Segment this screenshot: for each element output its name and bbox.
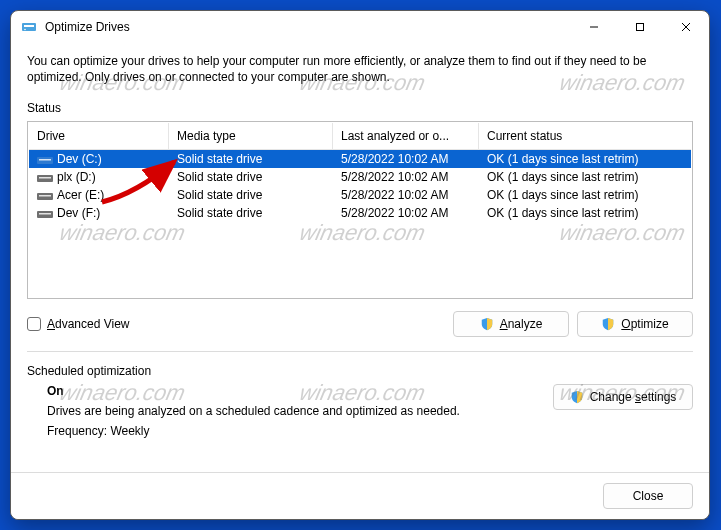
shield-icon (570, 390, 584, 404)
advanced-view-checkbox[interactable]: Advanced View (27, 317, 130, 331)
optimize-button[interactable]: Optimize (577, 311, 693, 337)
drive-icon (37, 172, 53, 184)
drives-table: Drive Media type Last analyzed or o... C… (27, 121, 693, 299)
drive-media: Solid state drive (169, 170, 333, 184)
drive-media: Solid state drive (169, 188, 333, 202)
svg-rect-12 (39, 195, 51, 197)
scheduled-body: On Drives are being analyzed on a schedu… (27, 384, 693, 438)
column-header-last[interactable]: Last analyzed or o... (333, 123, 479, 149)
change-settings-button[interactable]: Change settings (553, 384, 693, 410)
drive-status: OK (1 days since last retrim) (479, 152, 691, 166)
table-row[interactable]: Dev (C:)Solid state drive5/28/2022 10:02… (29, 150, 691, 168)
drive-icon (37, 190, 53, 202)
drive-name: Acer (E:) (57, 188, 104, 202)
drive-last: 5/28/2022 10:02 AM (333, 188, 479, 202)
drive-status: OK (1 days since last retrim) (479, 206, 691, 220)
schedule-desc: Drives are being analyzed on a scheduled… (47, 404, 553, 418)
column-header-media[interactable]: Media type (169, 123, 333, 149)
schedule-frequency: Frequency: Weekly (47, 424, 553, 438)
status-label: Status (27, 101, 693, 115)
maximize-button[interactable] (617, 11, 663, 43)
drive-status: OK (1 days since last retrim) (479, 170, 691, 184)
close-window-button[interactable] (663, 11, 709, 43)
table-header: Drive Media type Last analyzed or o... C… (29, 123, 691, 150)
window-title: Optimize Drives (45, 20, 130, 34)
app-icon (21, 19, 37, 35)
drive-last: 5/28/2022 10:02 AM (333, 170, 479, 184)
drive-last: 5/28/2022 10:02 AM (333, 152, 479, 166)
separator (27, 351, 693, 352)
change-settings-label: Change settings (590, 390, 677, 404)
drive-media: Solid state drive (169, 152, 333, 166)
column-header-drive[interactable]: Drive (29, 123, 169, 149)
schedule-state: On (47, 384, 553, 398)
drive-last: 5/28/2022 10:02 AM (333, 206, 479, 220)
close-button[interactable]: Close (603, 483, 693, 509)
column-header-status[interactable]: Current status (479, 123, 691, 149)
analyze-label: Analyze (500, 317, 543, 331)
content-area: You can optimize your drives to help you… (11, 43, 709, 472)
svg-rect-10 (39, 177, 51, 179)
actions-row: Advanced View Analyze Optimize (27, 311, 693, 337)
checkbox-icon (27, 317, 41, 331)
shield-icon (601, 317, 615, 331)
intro-text: You can optimize your drives to help you… (27, 53, 693, 85)
drive-icon (37, 208, 53, 220)
titlebar: Optimize Drives (11, 11, 709, 43)
analyze-button[interactable]: Analyze (453, 311, 569, 337)
table-row[interactable]: Acer (E:)Solid state drive5/28/2022 10:0… (29, 186, 691, 204)
svg-rect-8 (39, 159, 51, 161)
advanced-view-label: Advanced View (47, 317, 130, 331)
drive-icon (37, 154, 53, 166)
svg-rect-4 (637, 24, 644, 31)
svg-rect-14 (39, 213, 51, 215)
table-row[interactable]: Dev (F:)Solid state drive5/28/2022 10:02… (29, 204, 691, 222)
table-body: Dev (C:)Solid state drive5/28/2022 10:02… (29, 150, 691, 297)
svg-point-2 (24, 29, 26, 31)
shield-icon (480, 317, 494, 331)
drive-media: Solid state drive (169, 206, 333, 220)
optimize-drives-window: Optimize Drives You can optimize your dr… (10, 10, 710, 520)
table-row[interactable]: plx (D:)Solid state drive5/28/2022 10:02… (29, 168, 691, 186)
scheduled-heading: Scheduled optimization (27, 364, 693, 378)
svg-rect-1 (24, 25, 34, 27)
drive-name: Dev (F:) (57, 206, 100, 220)
drive-status: OK (1 days since last retrim) (479, 188, 691, 202)
drive-name: plx (D:) (57, 170, 96, 184)
optimize-label: Optimize (621, 317, 668, 331)
drive-name: Dev (C:) (57, 152, 102, 166)
minimize-button[interactable] (571, 11, 617, 43)
footer: Close (11, 472, 709, 519)
